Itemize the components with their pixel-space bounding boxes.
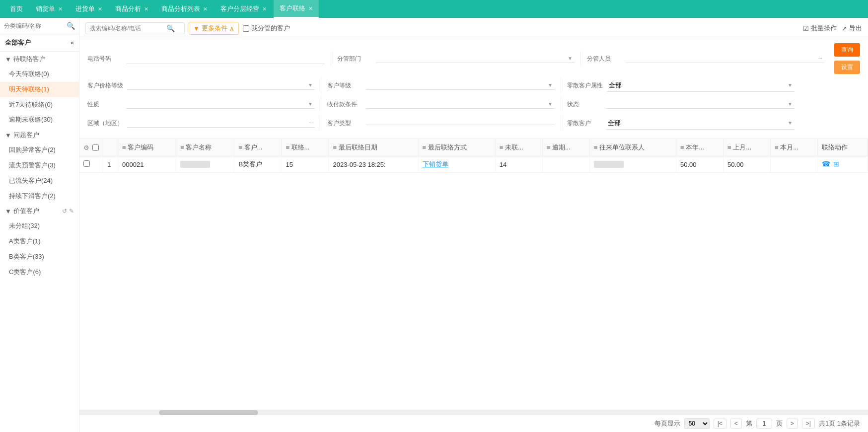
dept-arrow-icon: ▼ [568,56,573,61]
all-customers-section[interactable]: 全部客户 « [0,34,79,52]
nav-product-analysis-list[interactable]: 商品分析列表 ✕ [155,0,214,18]
sidebar-item-c-class[interactable]: C类客户(6) [0,265,79,280]
collapse-icon[interactable]: « [71,39,74,46]
person-select[interactable]: ··· [626,54,824,63]
close-purchase-icon[interactable]: ✕ [98,6,102,12]
sidebar-search-icon[interactable]: 🔍 [67,22,75,30]
sidebar-item-today-pending[interactable]: 今天待联络(0) [0,67,79,82]
status-select[interactable]: ▼ [606,100,795,109]
sidebar-item-overdue-contact[interactable]: 逾期未联络(30) [0,112,79,128]
row-checkbox[interactable] [83,160,90,167]
horizontal-scrollbar[interactable] [79,410,868,415]
sidebar-search-input[interactable] [4,22,65,29]
retail-attr-select[interactable]: 全部 ▼ [607,79,795,92]
nav-sales[interactable]: 销货单 ✕ [30,0,69,18]
retail-customer-select[interactable]: 全部 ▼ [606,117,795,130]
data-table: ⚙ ≡ 客户编码 ≡ 客户名称 ≡ 客户... [79,139,868,173]
export-icon: ↗ [842,25,847,32]
more-filter-button[interactable]: ▼ 更多条件 ∧ [189,22,239,35]
sidebar-item-declining[interactable]: 持续下滑客户(2) [0,189,79,204]
sidebar-item-churned[interactable]: 已流失客户(24) [0,173,79,189]
nav-purchase[interactable]: 进货单 ✕ [70,0,108,18]
set-button[interactable]: 设置 [834,61,860,74]
row-name [176,156,234,173]
export-button[interactable]: ↗ 导出 [842,24,862,33]
nature-arrow-icon: ▼ [308,101,313,107]
nav-product-analysis[interactable]: 商品分析 ✕ [109,0,154,18]
nav-customer-tier[interactable]: 客户分层经营 ✕ [215,0,273,18]
close-product-analysis-icon[interactable]: ✕ [144,6,148,12]
my-customers-checkbox-container[interactable]: 我分管的客户 [243,24,290,33]
table-header-row: ⚙ ≡ 客户编码 ≡ 客户名称 ≡ 客户... [79,139,868,156]
select-all-checkbox[interactable] [92,144,99,151]
col-code-label: ≡ 客户编码 [122,143,153,152]
payment-label: 收付款条件 [327,100,362,109]
top-nav: 首页 销货单 ✕ 进货单 ✕ 商品分析 ✕ 商品分析列表 ✕ 客户分层经营 ✕ … [0,0,868,18]
row-contacts: 15 [282,156,329,173]
nav-customer-contact[interactable]: 客户联络 ✕ [274,0,319,18]
action-grid-icon[interactable]: ⊞ [833,160,839,168]
section-value-customers[interactable]: ▼ 价值客户 ↺ ✎ [0,204,79,218]
filter-retail-customer: 零散客户 全部 ▼ [567,117,795,130]
main-search-input[interactable] [90,25,164,32]
sidebar-item-7day-pending[interactable]: 近7天待联络(0) [0,97,79,113]
dept-select[interactable]: ▼ [376,54,575,63]
page-number-input[interactable] [756,419,772,429]
last-contact-method-link[interactable]: 下销货单 [423,160,448,168]
toolbar-right: ☑ 批量操作 ↗ 导出 [803,24,862,33]
retail-attr-arrow-icon: ▼ [788,82,793,88]
scroll-thumb[interactable] [159,410,258,415]
action-buttons: 查询 设置 [834,43,860,74]
sidebar-item-a-class[interactable]: A类客户(1) [0,234,79,249]
sidebar-item-ungrouped[interactable]: 未分组(32) [0,218,79,234]
refresh-icon[interactable]: ↺ [62,208,67,215]
next-page-button[interactable]: > [787,419,798,429]
retail-customer-arrow-icon: ▼ [788,120,793,126]
phone-input[interactable] [126,54,325,64]
query-button[interactable]: 查询 [834,43,860,57]
col-last-month: ≡ 上月... [723,139,770,156]
col-last-contact-method: ≡ 最后联络方式 [418,139,495,156]
last-page-button[interactable]: >| [802,419,815,429]
person-arrow-icon: ··· [818,56,822,61]
action-call-icon[interactable]: ☎ [822,160,830,168]
customer-type-select[interactable] [366,122,555,125]
nav-home[interactable]: 首页 [4,0,29,18]
section-arrow3-icon: ▼ [5,208,11,215]
nature-select[interactable]: ▼ [126,100,315,109]
sidebar-item-churn-warning[interactable]: 流失预警客户(3) [0,158,79,173]
payment-select[interactable]: ▼ [366,100,555,109]
sidebar-search-container: 🔍 [0,18,79,34]
col-customer-code: ≡ 客户编码 [118,139,176,156]
filter-row-2: 客户价格等级 ▼ 客户等级 ▼ 零散客户属性 [87,78,860,93]
price-level-select[interactable]: ▼ [127,81,315,90]
region-select[interactable]: ··· [127,119,315,128]
sidebar-item-repurchase-abnormal[interactable]: 回购异常客户(2) [0,143,79,158]
filter-payment: 收付款条件 ▼ [327,100,555,109]
filter-status: 状态 ▼ [567,100,795,109]
my-customers-checkbox[interactable] [243,25,249,32]
settings-icon[interactable]: ⚙ [83,144,89,151]
sidebar-item-tomorrow-pending[interactable]: 明天待联络(1) [0,82,79,97]
search-box: 🔍 [85,22,185,34]
main-search-icon[interactable]: 🔍 [166,24,175,32]
first-page-button[interactable]: |< [714,419,726,429]
section-problem-customers[interactable]: ▼ 问题客户 [0,128,79,143]
section-pending-contact[interactable]: ▼ 待联络客户 [0,52,79,67]
prev-page-button[interactable]: < [730,419,742,429]
page-size-select[interactable]: 50 100 200 [684,418,710,429]
close-sales-icon[interactable]: ✕ [58,6,63,12]
close-customer-tier-icon[interactable]: ✕ [262,6,267,12]
sidebar-item-b-class[interactable]: B类客户(33) [0,249,79,265]
section-arrow-icon: ▼ [5,56,11,63]
price-level-label: 客户价格等级 [87,81,123,90]
close-product-list-icon[interactable]: ✕ [203,6,208,12]
all-customers-label: 全部客户 [5,38,31,47]
close-customer-contact-icon[interactable]: ✕ [308,5,313,12]
status-label: 状态 [567,100,602,109]
batch-operations-button[interactable]: ☑ 批量操作 [803,24,837,33]
filter-customer-type: 客户类型 [327,119,555,128]
filter-retail-attr: 零散客户属性 全部 ▼ [567,79,795,92]
edit-icon[interactable]: ✎ [69,208,74,215]
customer-level-select[interactable]: ▼ [366,81,555,90]
